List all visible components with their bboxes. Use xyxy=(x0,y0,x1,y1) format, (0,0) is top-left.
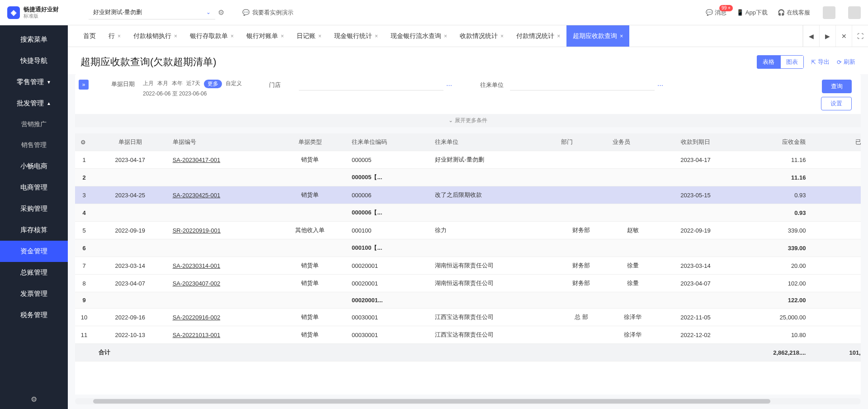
close-icon[interactable]: × xyxy=(500,33,504,39)
close-icon[interactable]: × xyxy=(375,33,378,39)
tab[interactable]: 超期应收款查询× xyxy=(566,25,629,47)
tab-prev-button[interactable]: ◀ xyxy=(803,25,819,47)
table-row[interactable]: 900020001...122.000.00 xyxy=(75,292,861,309)
tab[interactable]: 付款核销执行× xyxy=(127,25,184,47)
sidebar-item[interactable]: 税务管理 xyxy=(0,304,68,326)
table-header-cell[interactable]: 单据日期 xyxy=(93,133,167,151)
close-icon[interactable]: × xyxy=(620,33,623,39)
partner-more-icon[interactable]: ⋯ xyxy=(657,82,664,89)
doc-link[interactable]: SA-20230314-001 xyxy=(173,262,221,269)
close-icon[interactable]: × xyxy=(318,33,321,39)
gear-icon[interactable]: ⚙ xyxy=(80,139,86,146)
sidebar-item[interactable]: 小畅电商 xyxy=(0,156,68,177)
table-row[interactable]: 2000005【...11.160.00 xyxy=(75,169,861,186)
sidebar-settings-icon[interactable]: ⚙ xyxy=(0,395,68,404)
table-cell[interactable] xyxy=(167,239,274,257)
data-table-wrap[interactable]: ⚙单据日期单据编号单据类型往来单位编码往来单位部门业务员收款到期日应收金额已收金… xyxy=(75,133,861,395)
sidebar-item[interactable]: 总账管理 xyxy=(0,262,68,283)
table-cell[interactable] xyxy=(167,292,274,309)
quick-date-option[interactable]: 本年 xyxy=(172,80,183,88)
user-avatar[interactable] xyxy=(823,6,835,19)
tab-fullscreen-button[interactable]: ⛶ xyxy=(852,25,868,47)
close-icon[interactable]: × xyxy=(444,33,447,39)
store-more-icon[interactable]: ⋯ xyxy=(446,82,453,89)
table-cell[interactable]: SR-20220919-001 xyxy=(167,222,274,239)
close-icon[interactable]: × xyxy=(231,33,234,39)
sidebar-subitem[interactable]: 营销推广 xyxy=(0,114,68,135)
table-row[interactable]: 52022-09-19SR-20220919-001其他收入单000100徐力财… xyxy=(75,222,861,239)
tenant-selector[interactable]: 好业财测试-量勿删 ⌄ xyxy=(89,5,215,19)
close-icon[interactable]: × xyxy=(557,33,560,39)
horizontal-scrollbar[interactable] xyxy=(75,398,861,404)
sidebar-item[interactable]: 采购管理 xyxy=(0,198,68,219)
table-header-cell[interactable]: 应收金额 xyxy=(732,133,811,151)
quick-date-option[interactable]: 本月 xyxy=(157,80,168,88)
table-header-cell[interactable]: 单据类型 xyxy=(274,133,346,151)
tab[interactable]: 银行存取款单× xyxy=(184,25,240,47)
doc-link[interactable]: SA-20230417-001 xyxy=(173,157,221,163)
tab[interactable]: 日记账× xyxy=(290,25,328,47)
quick-date-option[interactable]: 上月 xyxy=(143,80,154,88)
tab[interactable]: 银行对账单× xyxy=(240,25,290,47)
quick-date-option[interactable]: 自定义 xyxy=(226,80,242,88)
query-button[interactable]: 查询 xyxy=(822,80,852,93)
sidebar-item[interactable]: 库存核算 xyxy=(0,219,68,241)
table-cell[interactable]: SA-20230314-001 xyxy=(167,257,274,275)
demo-link[interactable]: 💬 我要看实例演示 xyxy=(242,9,293,17)
quick-date-option[interactable]: 更多 xyxy=(204,80,222,88)
export-button[interactable]: ⇱导出 xyxy=(811,58,830,66)
scrollbar-thumb[interactable] xyxy=(93,399,770,404)
table-cell[interactable]: SA-20230425-001 xyxy=(167,186,274,204)
tab-close-button[interactable]: ✕ xyxy=(835,25,852,47)
doc-link[interactable]: SR-20220919-001 xyxy=(173,227,221,234)
table-header-cell[interactable]: 已收金额 xyxy=(811,133,861,151)
tab[interactable]: 付款情况统计× xyxy=(510,25,566,47)
sidebar-subitem[interactable]: 销售管理 xyxy=(0,135,68,156)
table-header-cell[interactable]: 往来单位 xyxy=(429,133,555,151)
settings-icon[interactable]: ⚙ xyxy=(218,8,224,17)
tab[interactable]: 现金银行统计× xyxy=(328,25,384,47)
table-cell[interactable]: SA-20230417-001 xyxy=(167,151,274,169)
filter-collapse-toggle[interactable]: » xyxy=(79,80,89,90)
doc-link[interactable]: SA-20220916-002 xyxy=(173,314,221,321)
sidebar-item[interactable]: 资金管理 xyxy=(0,241,68,262)
table-row[interactable]: 82023-04-07SA-20230407-002销货单00020001湖南恒… xyxy=(75,275,861,292)
table-header-cell[interactable]: 往来单位编码 xyxy=(346,133,429,151)
user-avatar-2[interactable] xyxy=(848,6,861,19)
messages-button[interactable]: 💬 消息 99 + xyxy=(706,9,726,17)
close-icon[interactable]: × xyxy=(118,33,121,39)
filter-store-input[interactable] xyxy=(299,80,443,90)
doc-link[interactable]: SA-20230407-002 xyxy=(173,280,221,287)
table-header-cell[interactable]: 业务员 xyxy=(607,133,659,151)
table-cell[interactable] xyxy=(167,204,274,222)
table-header-cell[interactable]: 单据编号 xyxy=(167,133,274,151)
sidebar-item[interactable]: 电商管理 xyxy=(0,177,68,198)
table-row[interactable]: 6000100【...339.00 xyxy=(75,239,861,257)
table-cell[interactable]: SA-20221013-001 xyxy=(167,326,274,344)
app-download-button[interactable]: 📱 App下载 xyxy=(736,9,768,17)
table-header-cell[interactable]: 收款到期日 xyxy=(659,133,733,151)
tab[interactable]: 收款情况统计× xyxy=(453,25,510,47)
table-row[interactable]: 112022-10-13SA-20221013-001销货单00030001江西… xyxy=(75,326,861,344)
table-row[interactable]: 72023-03-14SA-20230314-001销货单00020001湖南恒… xyxy=(75,257,861,275)
sidebar-item[interactable]: 零售管理▼ xyxy=(0,71,68,93)
table-cell[interactable]: SA-20220916-002 xyxy=(167,309,274,326)
sidebar-item[interactable]: 发票管理 xyxy=(0,283,68,304)
quick-date-option[interactable]: 近7天 xyxy=(186,80,200,88)
filter-settings-button[interactable]: 设置 xyxy=(821,97,852,110)
refresh-button[interactable]: ⟳刷新 xyxy=(837,58,855,66)
expand-filters-button[interactable]: ⌄ 展开更多条件 xyxy=(75,114,861,127)
table-row[interactable]: 4000006【...0.930.00 xyxy=(75,204,861,222)
doc-link[interactable]: SA-20221013-001 xyxy=(173,332,221,338)
sidebar-item[interactable]: 搜索菜单 xyxy=(0,29,68,50)
table-row[interactable]: 102022-09-16SA-20220916-002销货单00030001江西… xyxy=(75,309,861,326)
tab[interactable]: 行× xyxy=(102,25,127,47)
table-header-cell[interactable]: 部门 xyxy=(556,133,607,151)
table-row[interactable]: 32023-04-25SA-20230425-001销货单000006改了之后限… xyxy=(75,186,861,204)
view-chart-button[interactable]: 图表 xyxy=(780,55,804,69)
customer-service-button[interactable]: 🎧 在线客服 xyxy=(778,9,810,17)
tab[interactable]: 首页 xyxy=(77,25,102,47)
doc-link[interactable]: SA-20230425-001 xyxy=(173,192,221,199)
view-table-button[interactable]: 表格 xyxy=(757,55,780,69)
close-icon[interactable]: × xyxy=(174,33,177,39)
